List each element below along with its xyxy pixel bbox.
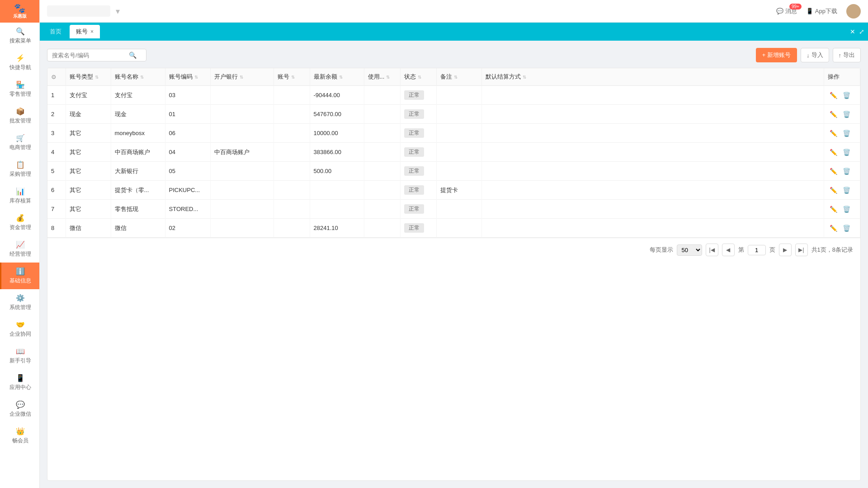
cell-id: 6 (47, 181, 66, 200)
sidebar-item-app-center[interactable]: 📱应用中心 (0, 369, 39, 396)
col-settings[interactable]: ⚙ (47, 68, 66, 86)
topbar-dropdown-icon[interactable]: ▾ (116, 6, 120, 16)
sidebar-item-system[interactable]: ⚙️系统管理 (0, 289, 39, 316)
sidebar-item-quick-nav[interactable]: ⚡快捷导航 (0, 49, 39, 76)
cell-id: 2 (47, 105, 66, 124)
search-icon[interactable]: 🔍 (129, 52, 137, 59)
sidebar-item-member[interactable]: 👑畅会员 (0, 422, 39, 449)
edit-button-row-3[interactable]: ✏️ (828, 129, 839, 138)
cell-remark (436, 86, 481, 105)
sort-usage-icon[interactable]: ⇅ (386, 75, 390, 80)
col-balance: 最新余额⇅ (310, 68, 364, 86)
sort-account-icon[interactable]: ⇅ (291, 75, 295, 80)
page-nav-first[interactable]: |◀ (706, 244, 718, 256)
sort-balance-icon[interactable]: ⇅ (339, 75, 343, 80)
edit-button-row-5[interactable]: ✏️ (828, 167, 839, 176)
sort-bank-icon[interactable]: ⇅ (240, 75, 243, 80)
sidebar-item-retail[interactable]: 🏪零售管理 (0, 76, 39, 103)
delete-button-row-2[interactable]: 🗑️ (841, 110, 852, 119)
edit-button-row-7[interactable]: ✏️ (828, 205, 839, 214)
tab-label-home: 首页 (50, 28, 61, 36)
edit-button-row-1[interactable]: ✏️ (828, 91, 839, 100)
table-row: 2 现金 现金 01 547670.00 正常 ✏️ 🗑️ (47, 105, 860, 124)
user-avatar[interactable] (846, 4, 861, 19)
sidebar-item-purchase[interactable]: 📋采购管理 (0, 156, 39, 183)
sort-remark-icon[interactable]: ⇅ (454, 75, 458, 80)
cell-usage (364, 181, 400, 200)
page-nav-next[interactable]: ▶ (779, 244, 792, 256)
status-badge: 正常 (404, 204, 424, 214)
sort-status-icon[interactable]: ⇅ (418, 75, 421, 80)
delete-button-row-7[interactable]: 🗑️ (841, 205, 852, 214)
sidebar-item-wholesale[interactable]: 📦批发管理 (0, 103, 39, 129)
sidebar-item-search[interactable]: 🔍搜索菜单 (0, 23, 39, 49)
tab-label-account: 账号 (76, 28, 88, 36)
page-nav-last[interactable]: ▶| (795, 244, 808, 256)
search-input[interactable] (52, 52, 129, 59)
cell-type: 现金 (66, 105, 111, 124)
sidebar-item-agreement[interactable]: 🤝企业协同 (0, 316, 39, 343)
add-account-button[interactable]: + 新增账号 (756, 48, 797, 62)
cell-code: STORED... (165, 200, 210, 219)
sort-payment-icon[interactable]: ⇅ (523, 75, 526, 80)
export-button[interactable]: ↑ 导出 (833, 48, 861, 62)
sidebar-label-agreement: 企业协同 (9, 330, 31, 338)
edit-button-row-2[interactable]: ✏️ (828, 110, 839, 119)
import-button[interactable]: ↓ 导入 (801, 48, 829, 62)
tab-home[interactable]: 首页 (43, 25, 68, 38)
message-btn[interactable]: 💬 消息 99+ (776, 7, 797, 15)
delete-button-row-3[interactable]: 🗑️ (841, 129, 852, 138)
delete-button-row-4[interactable]: 🗑️ (841, 148, 852, 157)
sort-type-icon[interactable]: ⇅ (95, 75, 99, 80)
cell-action: ✏️ 🗑️ (824, 143, 860, 162)
sidebar-item-wechat[interactable]: 💬企业微信 (0, 396, 39, 422)
page-nav-prev[interactable]: ◀ (722, 244, 735, 256)
sidebar-icon-agreement: 🤝 (16, 320, 25, 329)
col-remark: 备注⇅ (436, 68, 481, 86)
close-tab-icon[interactable]: ✕ (850, 28, 855, 35)
cell-type: 其它 (66, 181, 111, 200)
cell-remark (436, 219, 481, 238)
cell-account (274, 200, 310, 219)
delete-button-row-6[interactable]: 🗑️ (841, 186, 852, 195)
topbar-search-input[interactable] (47, 5, 110, 17)
sidebar-item-ecommerce[interactable]: 🛒电商管理 (0, 129, 39, 156)
cell-default-payment (481, 124, 824, 143)
cell-default-payment (481, 219, 824, 238)
app-download-btn[interactable]: 📱 App下载 (806, 7, 837, 15)
sidebar-icon-inventory: 📊 (16, 187, 25, 196)
tab-account[interactable]: 账号× (70, 25, 100, 38)
per-page-select[interactable]: 50 100 (677, 244, 702, 256)
sidebar-label-basic-info: 基础信息 (9, 277, 31, 285)
cell-status: 正常 (400, 162, 436, 181)
tab-close-account[interactable]: × (90, 28, 94, 35)
edit-button-row-6[interactable]: ✏️ (828, 186, 839, 195)
cell-status: 正常 (400, 200, 436, 219)
sidebar-item-inventory[interactable]: 📊库存核算 (0, 183, 39, 209)
edit-button-row-4[interactable]: ✏️ (828, 148, 839, 157)
cell-balance: 383866.00 (310, 143, 364, 162)
cell-default-payment (481, 86, 824, 105)
delete-button-row-1[interactable]: 🗑️ (841, 91, 852, 100)
sidebar-icon-retail: 🏪 (16, 80, 25, 89)
sidebar-item-operation[interactable]: 📈经营管理 (0, 236, 39, 263)
delete-button-row-5[interactable]: 🗑️ (841, 167, 852, 176)
cell-status: 正常 (400, 143, 436, 162)
cell-bank (210, 181, 274, 200)
delete-button-row-8[interactable]: 🗑️ (841, 224, 852, 233)
sidebar-item-guide[interactable]: 📖新手引导 (0, 343, 39, 369)
sort-code-icon[interactable]: ⇅ (194, 75, 198, 80)
cell-bank (210, 86, 274, 105)
page-number-input[interactable] (748, 245, 766, 255)
sidebar-item-basic-info[interactable]: ℹ️基础信息 (0, 263, 39, 289)
fullscreen-icon[interactable]: ⤢ (859, 28, 864, 35)
sort-name-icon[interactable]: ⇅ (140, 75, 144, 80)
sidebar-label-finance: 资金管理 (9, 224, 31, 231)
cell-bank (210, 105, 274, 124)
tab-bar: 首页账号× ✕ ⤢ (40, 23, 868, 41)
sidebar-item-finance[interactable]: 💰资金管理 (0, 209, 39, 236)
edit-button-row-8[interactable]: ✏️ (828, 224, 839, 233)
cell-id: 1 (47, 86, 66, 105)
settings-icon[interactable]: ⚙ (51, 74, 57, 80)
sidebar-icon-ecommerce: 🛒 (16, 134, 25, 142)
